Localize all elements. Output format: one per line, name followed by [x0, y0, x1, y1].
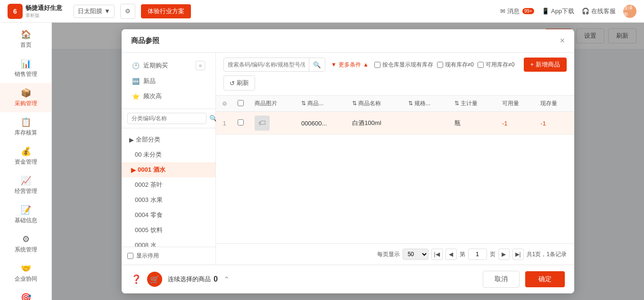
product-search-input[interactable] — [224, 61, 309, 68]
product-table: ⚙ 商品图片 ⇅ — [216, 96, 574, 135]
category-water[interactable]: 0008 水 — [122, 238, 215, 247]
col-code-label: 商品... — [307, 100, 323, 107]
page-input[interactable] — [468, 249, 487, 260]
sidebar-item-purchase[interactable]: 📦 采购管理 — [0, 83, 51, 112]
category-water-label: 0008 水 — [135, 241, 157, 247]
col-unit-sort-icon: ⇅ — [454, 100, 459, 107]
tab-new-products[interactable]: 🆕 新品 — [127, 74, 210, 89]
online-service-btn[interactable]: 🎧 在线客服 — [582, 7, 616, 16]
messages-btn[interactable]: ✉ 消息 99+ — [500, 7, 534, 16]
cell-checkbox[interactable] — [233, 112, 250, 135]
sidebar-inventory-label: 库存核算 — [15, 129, 37, 137]
category-fruit[interactable]: 0003 水果 — [122, 192, 215, 208]
table-row[interactable]: 1 🏷 — [216, 112, 574, 135]
sidebar-collab-label: 企业协同 — [15, 275, 37, 283]
add-product-btn[interactable]: + 新增商品 — [524, 58, 567, 72]
headset-icon: 🎧 — [582, 8, 589, 15]
page-last-btn[interactable]: ▶| — [512, 249, 524, 260]
page-prev-btn[interactable]: ◀ — [446, 249, 457, 260]
checkbox-warehouse[interactable]: 按仓库显示现有库存 — [374, 61, 433, 69]
right-panel: 🔍 ▼ 更多条件 ▲ 按仓库显示现有库存 — [216, 53, 574, 265]
nav-dropdown[interactable]: 日太阳膜 ▼ — [74, 5, 115, 18]
category-liquor[interactable]: ▶ 0001 酒水 — [122, 162, 215, 177]
col-spec[interactable]: ⇅ 规格... — [404, 96, 450, 112]
checkbox-stock-input[interactable] — [437, 62, 443, 68]
category-search-input[interactable] — [127, 113, 206, 124]
sidebar: 🏠 首页 📊 销售管理 📦 采购管理 📋 库存核算 💰 资金管理 📈 经营管理 … — [0, 23, 52, 300]
collapse-left-btn[interactable]: « — [196, 61, 205, 70]
pagination: 每页显示 20 50 100 |◀ ◀ 第 页 ▶ — [216, 243, 574, 265]
sidebar-item-operations[interactable]: 📈 经营管理 — [0, 171, 51, 200]
page-next-btn[interactable]: ▶ — [498, 249, 510, 260]
sidebar-basic-label: 基础信息 — [15, 217, 37, 225]
refresh-icon: ↺ — [230, 80, 235, 87]
category-unclassified-label: 00 未分类 — [135, 150, 162, 159]
category-all[interactable]: ▶ 全部分类 — [122, 132, 215, 147]
messages-label: 消息 — [507, 7, 520, 16]
sidebar-item-basic[interactable]: 📝 基础信息 — [0, 200, 51, 229]
confirm-button[interactable]: 确定 — [525, 271, 565, 287]
sidebar-item-guide[interactable]: 🎯 新手引导 — [0, 288, 51, 300]
product-search-btn[interactable]: 🔍 — [309, 58, 325, 72]
checkbox-available-input[interactable] — [478, 62, 484, 68]
sidebar-item-home[interactable]: 🏠 首页 — [0, 25, 51, 54]
show-disabled-checkbox[interactable] — [127, 253, 133, 259]
modal-footer: ❓ 🛒 连续选择的商品 0 ⌃ 取消 确定 — [122, 265, 574, 293]
col-available: 可用量 — [497, 96, 536, 112]
main-layout: 🏠 首页 📊 销售管理 📦 采购管理 📋 库存核算 💰 资金管理 📈 经营管理 … — [0, 23, 644, 300]
col-name[interactable]: ⇅ 商品名称 — [347, 96, 404, 112]
product-search-bar: 🔍 — [223, 58, 325, 72]
page-size-select[interactable]: 20 50 100 — [403, 249, 429, 260]
sidebar-item-sales[interactable]: 📊 销售管理 — [0, 54, 51, 83]
product-unit: 瓶 — [454, 119, 461, 126]
col-settings: ⚙ — [216, 96, 233, 112]
cell-stock: -1 — [536, 112, 574, 135]
category-all-label: 全部分类 — [136, 135, 160, 144]
cancel-button[interactable]: 取消 — [483, 271, 520, 288]
modal-close-button[interactable]: × — [560, 36, 565, 46]
footer-collapse-icon[interactable]: ⌃ — [223, 275, 230, 284]
sidebar-sales-label: 销售管理 — [15, 70, 37, 78]
checkbox-available-nonzero[interactable]: 可用库存≠0 — [478, 61, 514, 69]
sidebar-item-system[interactable]: ⚙ 系统管理 — [0, 229, 51, 258]
cell-image: 🏷 — [250, 112, 297, 135]
checkbox-warehouse-input[interactable] — [374, 62, 380, 68]
filter-arrow-icon: ▲ — [363, 61, 369, 68]
more-filter-btn[interactable]: ▼ 更多条件 ▲ — [329, 61, 371, 69]
sidebar-item-finance[interactable]: 💰 资金管理 — [0, 142, 51, 171]
user-profile[interactable]: 徐泽华 — [623, 5, 636, 18]
show-disabled-label[interactable]: 显示停用 — [136, 252, 159, 260]
col-code[interactable]: ⇅ 商品... — [297, 96, 347, 112]
left-bottom: 显示停用 — [122, 247, 215, 265]
category-snacks[interactable]: 0004 零食 — [122, 208, 215, 223]
checkbox-stock-nonzero[interactable]: 现有库存≠0 — [437, 61, 474, 69]
sidebar-item-inventory[interactable]: 📋 库存核算 — [0, 112, 51, 142]
cell-name: 白酒100ml — [347, 112, 404, 135]
cart-icon[interactable]: 🛒 — [147, 272, 162, 287]
continuous-select-label: 连续选择的商品 — [168, 275, 211, 283]
select-all-checkbox[interactable] — [238, 100, 244, 106]
row-checkbox[interactable] — [238, 119, 244, 125]
tab-frequent[interactable]: ⭐ 频次高 — [127, 89, 210, 104]
trial-btn[interactable]: 体验行业方案 — [141, 4, 191, 18]
col-code-sort-icon: ⇅ — [301, 100, 306, 107]
sidebar-item-collab[interactable]: 🤝 企业协同 — [0, 258, 51, 288]
product-available: -1 — [502, 120, 508, 127]
category-tea[interactable]: 0002 茶叶 — [122, 177, 215, 192]
app-download-btn[interactable]: 📱 App下载 — [542, 7, 574, 16]
gear-button[interactable]: ⚙ — [120, 4, 135, 19]
page-total: 共1页，1条记录 — [527, 250, 567, 258]
inventory-icon: 📋 — [21, 117, 31, 127]
category-unclassified[interactable]: 00 未分类 — [122, 147, 215, 162]
footer-select-text: 连续选择的商品 0 — [168, 275, 218, 283]
help-icon[interactable]: ❓ — [131, 274, 141, 284]
messages-badge: 99+ — [522, 8, 534, 14]
dropdown-arrow-icon: ▼ — [104, 8, 110, 15]
basic-icon: 📝 — [21, 205, 31, 215]
category-drinks[interactable]: 0005 饮料 — [122, 223, 215, 238]
col-unit[interactable]: ⇅ 主计量 — [450, 96, 497, 112]
tab-recent-purchase[interactable]: 🕐 近期购买 « — [127, 58, 210, 74]
page-first-btn[interactable]: |◀ — [431, 249, 443, 260]
sales-icon: 📊 — [21, 58, 31, 69]
table-refresh-btn[interactable]: ↺ 刷新 — [223, 75, 255, 91]
